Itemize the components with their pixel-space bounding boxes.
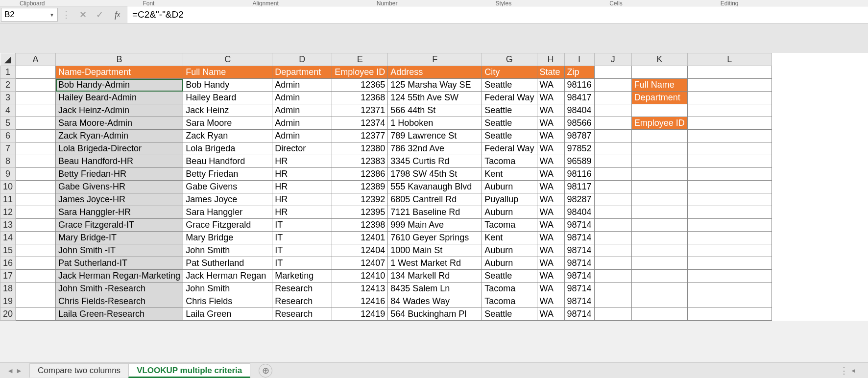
cell[interactable] (631, 283, 687, 295)
col-header-h[interactable]: H (537, 53, 564, 66)
cell[interactable] (16, 104, 56, 117)
cell[interactable] (687, 168, 772, 181)
formula-input[interactable]: =C2&"-"&D2 (127, 6, 868, 23)
cell[interactable] (16, 295, 56, 308)
cell[interactable] (687, 155, 772, 168)
cell-name-department[interactable]: Jack Heinz-Admin (56, 104, 183, 117)
cell-name-department[interactable]: Gabe Givens-HR (56, 181, 183, 193)
col-header-f[interactable]: F (388, 53, 482, 66)
cell-city[interactable]: Tacoma (482, 155, 537, 168)
cell-department[interactable]: Admin (272, 130, 332, 142)
add-sheet-button[interactable]: ⊕ (259, 364, 272, 378)
cell[interactable] (687, 283, 772, 295)
cell-employee-id[interactable]: 12377 (332, 130, 388, 142)
cell-city[interactable]: Tacoma (482, 219, 537, 232)
cell-state[interactable]: WA (537, 168, 564, 181)
cell-name-department[interactable]: Bob Handy-Admin (56, 79, 183, 92)
col-header-l[interactable]: L (687, 53, 772, 66)
cell[interactable] (16, 130, 56, 142)
cell-name-department[interactable]: Beau Handford-HR (56, 155, 183, 168)
col-header-k[interactable]: K (631, 53, 687, 66)
cell-city[interactable]: Seattle (482, 79, 537, 92)
cell-fullname[interactable]: Zack Ryan (183, 130, 272, 142)
row-header[interactable]: 17 (0, 270, 16, 283)
cell-city[interactable]: Seattle (482, 117, 537, 130)
cell-address[interactable]: 84 Wades Way (388, 295, 482, 308)
cell-state[interactable]: WA (537, 257, 564, 270)
sheet-tab-compare[interactable]: Compare two columns (29, 363, 129, 378)
cell[interactable] (16, 244, 56, 257)
cell-state[interactable]: WA (537, 117, 564, 130)
col-header-b[interactable]: B (56, 53, 183, 66)
row-header[interactable]: 4 (0, 104, 16, 117)
cell[interactable] (16, 92, 56, 104)
cell-employee-id[interactable]: 12419 (332, 308, 388, 321)
row-header[interactable]: 19 (0, 295, 16, 308)
cell-name-department[interactable]: Zack Ryan-Admin (56, 130, 183, 142)
cell-state[interactable]: WA (537, 104, 564, 117)
cell-zip[interactable]: 98714 (564, 232, 594, 244)
cell-department[interactable]: HR (272, 168, 332, 181)
cell[interactable] (687, 244, 772, 257)
row-header[interactable]: 7 (0, 142, 16, 155)
cell[interactable] (16, 232, 56, 244)
spreadsheet-grid[interactable]: ◢ A B C D E F G H I J K L 1 Name-Departm… (0, 53, 868, 321)
row-header[interactable]: 20 (0, 308, 16, 321)
row-header[interactable]: 16 (0, 257, 16, 270)
fx-icon[interactable]: fx (108, 6, 127, 23)
row-header[interactable]: 14 (0, 232, 16, 244)
cell[interactable] (631, 257, 687, 270)
cancel-icon[interactable]: ✕ (74, 9, 91, 20)
cell-department[interactable]: IT (272, 244, 332, 257)
cell[interactable] (594, 104, 631, 117)
accept-icon[interactable]: ✓ (91, 9, 108, 20)
cell-department[interactable]: HR (272, 193, 332, 206)
cell[interactable] (631, 193, 687, 206)
cell-address[interactable]: 1 West Market Rd (388, 257, 482, 270)
cell-address[interactable]: 786 32nd Ave (388, 142, 482, 155)
row-header[interactable]: 3 (0, 92, 16, 104)
cell-zip[interactable]: 98566 (564, 117, 594, 130)
col-header-g[interactable]: G (482, 53, 537, 66)
chevron-down-icon[interactable]: ▼ (49, 12, 54, 18)
row-header[interactable]: 8 (0, 155, 16, 168)
cell-fullname[interactable]: John Smith (183, 244, 272, 257)
cell-address[interactable]: 999 Main Ave (388, 219, 482, 232)
cell[interactable] (594, 130, 631, 142)
cell-address[interactable]: 566 44th St (388, 104, 482, 117)
cell-zip[interactable]: 98116 (564, 168, 594, 181)
cell[interactable] (16, 219, 56, 232)
chevron-left-icon[interactable]: ◄ (850, 367, 856, 374)
cell-address[interactable]: 6805 Cantrell Rd (388, 193, 482, 206)
cell-city[interactable]: Federal Way (482, 142, 537, 155)
cell-zip[interactable]: 98714 (564, 219, 594, 232)
cell-address[interactable]: 564 Buckingham Pl (388, 308, 482, 321)
cell-fullname[interactable]: Jack Herman Regan (183, 270, 272, 283)
cell-employee-id[interactable]: 12374 (332, 117, 388, 130)
cell-employee-id[interactable]: 12365 (332, 79, 388, 92)
cell[interactable] (687, 257, 772, 270)
cell-zip[interactable]: 97852 (564, 142, 594, 155)
cell-department[interactable]: HR (272, 206, 332, 219)
cell-name-department[interactable]: Laila Green-Research (56, 308, 183, 321)
cell-state[interactable]: WA (537, 308, 564, 321)
cell-name-department[interactable]: John Smith -IT (56, 244, 183, 257)
cell-department[interactable]: Admin (272, 79, 332, 92)
row-header[interactable]: 13 (0, 219, 16, 232)
cell[interactable] (687, 193, 772, 206)
cell-state[interactable]: WA (537, 181, 564, 193)
row-header[interactable]: 12 (0, 206, 16, 219)
col-header-i[interactable]: I (564, 53, 594, 66)
col-header-j[interactable]: J (594, 53, 631, 66)
cell-fullname[interactable]: Gabe Givens (183, 181, 272, 193)
cell[interactable] (594, 244, 631, 257)
cell[interactable] (631, 206, 687, 219)
cell-employee-id[interactable]: 12407 (332, 257, 388, 270)
cell-fullname[interactable]: Hailey Beard (183, 92, 272, 104)
row-header[interactable]: 15 (0, 244, 16, 257)
cell-name-department[interactable]: Hailey Beard-Admin (56, 92, 183, 104)
cell-state[interactable]: WA (537, 244, 564, 257)
cell-state[interactable]: WA (537, 219, 564, 232)
cell-state[interactable]: WA (537, 92, 564, 104)
row-header[interactable]: 6 (0, 130, 16, 142)
